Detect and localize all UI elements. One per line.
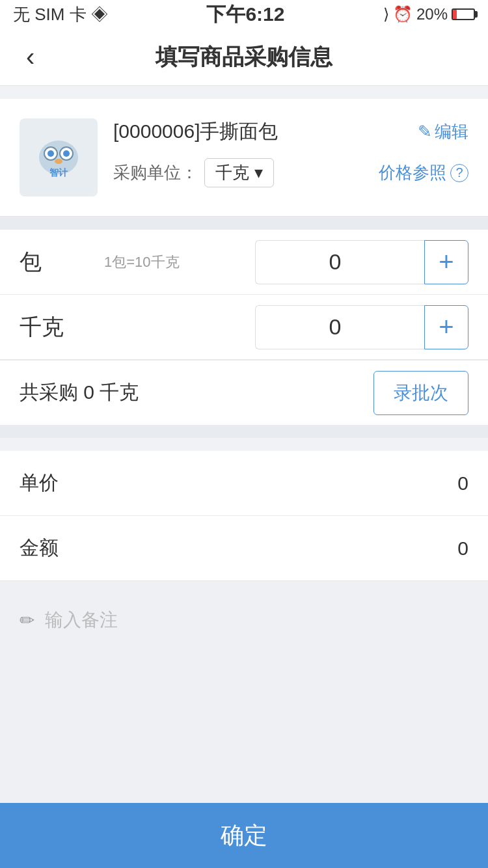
summary-text: 共采购 0 千克 — [20, 379, 139, 406]
price-ref-button[interactable]: 价格参照 ? — [379, 161, 468, 184]
back-button[interactable]: ‹ — [20, 36, 41, 78]
amount-value: 0 — [457, 537, 468, 560]
product-card: 智计 [0000006]手撕面包 ✎ 编辑 采购单位： 千克 ▾ 价格参照 — [0, 99, 488, 217]
remark-section[interactable]: ✏ 输入备注 — [0, 581, 488, 659]
input-section: 包 1包=10千克 + 千克 + 共采购 0 千克 录批次 — [0, 230, 488, 425]
section-divider-1 — [0, 217, 488, 230]
product-info: [0000006]手撕面包 ✎ 编辑 采购单位： 千克 ▾ 价格参照 ? — [113, 118, 468, 187]
status-time: 下午6:12 — [206, 1, 284, 28]
nav-bar: ‹ 填写商品采购信息 — [0, 29, 488, 86]
svg-point-5 — [55, 159, 62, 164]
product-unit-row: 采购单位： 千克 ▾ 价格参照 ? — [113, 158, 468, 187]
chevron-down-icon: ▾ — [254, 163, 263, 183]
battery-icon — [452, 8, 475, 20]
bag-input[interactable] — [255, 240, 424, 284]
alarm-icon: ⏰ — [393, 5, 413, 23]
product-image: 智计 — [20, 118, 98, 197]
kg-input-row: 千克 + — [0, 295, 488, 360]
kg-label: 千克 — [20, 312, 98, 342]
kg-input-control: + — [98, 305, 468, 349]
kg-plus-button[interactable]: + — [424, 305, 468, 349]
section-divider-2 — [0, 425, 488, 438]
unit-label: 采购单位： 千克 ▾ — [113, 158, 274, 187]
amount-row: 金额 0 — [0, 516, 488, 581]
svg-point-4 — [63, 150, 70, 157]
product-name: [0000006]手撕面包 — [113, 118, 278, 145]
edit-icon: ✎ — [418, 122, 432, 142]
status-left: 无 SIM 卡 ◈ — [13, 3, 108, 26]
status-right: ⟩ ⏰ 20% — [383, 5, 475, 23]
unit-select[interactable]: 千克 ▾ — [204, 158, 274, 187]
bag-input-row: 包 1包=10千克 + — [0, 230, 488, 295]
unit-price-value: 0 — [457, 472, 468, 495]
bag-input-control: + — [180, 240, 468, 284]
price-section: 单价 0 金额 0 — [0, 451, 488, 581]
kg-input[interactable] — [255, 305, 424, 349]
edit-button[interactable]: ✎ 编辑 — [418, 120, 468, 143]
pencil-icon: ✏ — [20, 610, 34, 631]
confirm-button[interactable]: 确定 — [0, 803, 488, 868]
info-icon: ? — [450, 164, 468, 182]
svg-text:智计: 智计 — [49, 167, 68, 178]
remark-placeholder: 输入备注 — [45, 608, 118, 632]
product-thumbnail: 智计 — [33, 129, 85, 186]
location-icon: ⟩ — [383, 5, 389, 23]
amount-label: 金额 — [20, 535, 59, 562]
batch-button[interactable]: 录批次 — [373, 371, 468, 415]
bag-label: 包 — [20, 247, 98, 277]
bag-sublabel: 1包=10千克 — [104, 252, 180, 272]
battery-percent: 20% — [416, 5, 448, 23]
unit-price-label: 单价 — [20, 470, 59, 496]
page-title: 填写商品采购信息 — [156, 42, 332, 72]
unit-price-row: 单价 0 — [0, 451, 488, 516]
product-header: [0000006]手撕面包 ✎ 编辑 — [113, 118, 468, 145]
status-bar: 无 SIM 卡 ◈ 下午6:12 ⟩ ⏰ 20% — [0, 0, 488, 29]
summary-row: 共采购 0 千克 录批次 — [0, 360, 488, 425]
svg-point-3 — [47, 150, 54, 157]
bag-plus-button[interactable]: + — [424, 240, 468, 284]
